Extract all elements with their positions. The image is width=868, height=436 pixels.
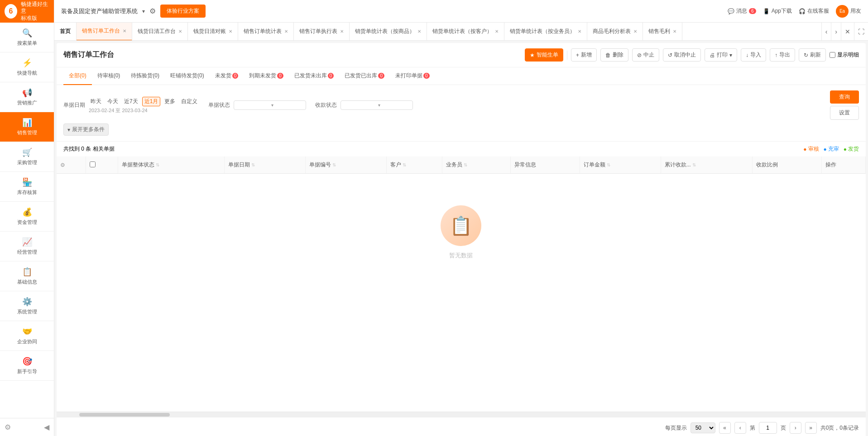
- query-btn[interactable]: 查询: [830, 90, 859, 104]
- th-collected[interactable]: 累计收款...⇅: [661, 156, 753, 174]
- tab-close-5[interactable]: ✕: [340, 29, 344, 34]
- tab-9[interactable]: 商品毛利分析表✕: [587, 23, 643, 41]
- th-date[interactable]: 单据日期⇅: [225, 156, 306, 174]
- per-page-select[interactable]: 50 100 200: [691, 422, 715, 433]
- tab-close-all[interactable]: ✕: [841, 23, 854, 41]
- next-page-btn[interactable]: ›: [790, 422, 801, 434]
- sub-tab-1[interactable]: 待审核(0): [92, 67, 126, 85]
- tab-3[interactable]: 钱货日清对账✕: [188, 23, 238, 41]
- tab-8[interactable]: 销货单统计表（按业务员）✕: [504, 23, 587, 41]
- date-option-自定义[interactable]: 自定义: [179, 97, 199, 106]
- sub-tab-8[interactable]: 未打印单据0: [390, 67, 435, 85]
- smart-create-btn[interactable]: ★ 智能生单: [525, 48, 563, 62]
- scrollbar-thumb[interactable]: [79, 413, 170, 417]
- tab-close-4[interactable]: ✕: [284, 29, 288, 34]
- tab-2[interactable]: 钱货日清工作台✕: [132, 23, 188, 41]
- stop-btn[interactable]: ⊘ 中止: [632, 48, 659, 62]
- horizontal-scrollbar[interactable]: [57, 412, 866, 417]
- tab-close-10[interactable]: ✕: [673, 29, 676, 34]
- sub-tab-0[interactable]: 全部(0): [63, 67, 92, 85]
- last-page-btn[interactable]: »: [805, 422, 817, 434]
- export-btn[interactable]: ↑ 导出: [770, 48, 795, 62]
- sidebar-item-sales[interactable]: 📊销售管理: [0, 112, 54, 142]
- sidebar-item-label-system: 系统管理: [17, 308, 37, 315]
- tab-maximize[interactable]: ⛶: [854, 23, 868, 41]
- tab-0[interactable]: 首页: [54, 23, 77, 41]
- date-option-昨天[interactable]: 昨天: [89, 97, 103, 106]
- filter-settings-btn[interactable]: 设置: [830, 106, 859, 120]
- date-option-近7天[interactable]: 近7天: [122, 97, 140, 106]
- sidebar-item-inventory[interactable]: 🏪库存核算: [0, 172, 54, 202]
- import-btn[interactable]: ↓ 导入: [741, 48, 766, 62]
- tab-close-2[interactable]: ✕: [178, 29, 182, 34]
- tab-close-6[interactable]: ✕: [417, 29, 421, 34]
- ship-link[interactable]: ● 发货: [844, 145, 859, 153]
- tab-scroll-right[interactable]: ›: [831, 23, 841, 41]
- trial-btn[interactable]: 体验行业方案: [160, 5, 206, 18]
- sub-tab-4[interactable]: 未发货0: [210, 67, 244, 85]
- tab-6[interactable]: 销货单统计表（按商品）✕: [350, 23, 427, 41]
- sidebar-item-marketing[interactable]: 📢营销推广: [0, 82, 54, 112]
- collapse-icon[interactable]: ◀: [44, 423, 49, 431]
- date-option-近1月[interactable]: 近1月: [142, 97, 161, 106]
- audit-link[interactable]: ● 审核: [803, 145, 819, 153]
- sidebar-item-operations[interactable]: 📈经营管理: [0, 232, 54, 261]
- header-dropdown-icon[interactable]: ▾: [142, 8, 145, 14]
- tab-10[interactable]: 销售毛利✕: [643, 23, 682, 41]
- tab-7[interactable]: 销货单统计表（按客户）✕: [427, 23, 504, 41]
- tab-close-1[interactable]: ✕: [123, 28, 126, 33]
- cancel-stop-btn[interactable]: ↺ 取消中止: [663, 48, 701, 62]
- user-menu-btn[interactable]: Ea 用友: [836, 5, 861, 18]
- sub-tab-3[interactable]: 旺铺待发货(0): [165, 67, 210, 85]
- th-customer[interactable]: 客户⇅: [387, 156, 442, 174]
- filter-actions: 查询 设置: [830, 90, 859, 120]
- sub-tab-5[interactable]: 到期未发货0: [244, 67, 289, 85]
- sidebar-item-purchase[interactable]: 🛒采购管理: [0, 142, 54, 172]
- header-settings-icon[interactable]: ⚙: [149, 7, 156, 15]
- expand-btn[interactable]: ▾ 展开更多条件: [63, 123, 109, 136]
- add-btn[interactable]: + 新增: [571, 48, 597, 62]
- sidebar-item-guide[interactable]: 🎯新手引导: [0, 351, 54, 381]
- status-select[interactable]: ▾: [234, 100, 306, 110]
- th-operation: 操作: [822, 156, 866, 174]
- sub-tab-2[interactable]: 待拣验货(0): [125, 67, 165, 85]
- sidebar-item-finance[interactable]: 💰资金管理: [0, 202, 54, 232]
- sidebar-item-quick-nav[interactable]: ⚡快捷导航: [0, 52, 54, 82]
- cancel-audit-link[interactable]: ● 充审: [824, 145, 839, 153]
- th-status[interactable]: 单据整体状态⇅: [118, 156, 225, 174]
- sub-tab-7[interactable]: 已发货已出库0: [339, 67, 390, 85]
- app-download-btn[interactable]: 📱 App下载: [763, 7, 792, 15]
- date-option-更多[interactable]: 更多: [163, 97, 177, 106]
- sidebar-item-basic[interactable]: 📋基础信息: [0, 261, 54, 291]
- th-amount[interactable]: 订单金额⇅: [580, 156, 661, 174]
- th-salesperson[interactable]: 业务员⇅: [442, 156, 510, 174]
- online-service-btn[interactable]: 🎧 在线客服: [799, 7, 829, 15]
- delete-btn[interactable]: 🗑 删除: [600, 48, 628, 62]
- message-btn[interactable]: 💬 消息 6: [728, 7, 756, 15]
- settings-icon[interactable]: ⚙: [5, 423, 11, 431]
- tab-4[interactable]: 销售订单统计表✕: [238, 23, 294, 41]
- col-settings-icon[interactable]: ⚙: [60, 162, 65, 168]
- first-page-btn[interactable]: «: [719, 422, 731, 434]
- sidebar-item-system[interactable]: ⚙️系统管理: [0, 291, 54, 321]
- show-detail-checkbox[interactable]: [830, 52, 835, 58]
- refresh-btn[interactable]: ↻ 刷新: [799, 48, 826, 62]
- th-number[interactable]: 单据编号⇅: [306, 156, 387, 174]
- select-all-checkbox[interactable]: [90, 161, 96, 167]
- tab-close-3[interactable]: ✕: [229, 29, 232, 34]
- tab-5[interactable]: 销售订单执行表✕: [294, 23, 350, 41]
- tab-scroll-left[interactable]: ‹: [821, 23, 831, 41]
- sidebar-item-cooperation[interactable]: 🤝企业协同: [0, 321, 54, 351]
- sub-tab-6[interactable]: 已发货未出库0: [289, 67, 340, 85]
- print-btn[interactable]: 🖨 打印 ▾: [705, 48, 737, 62]
- tab-close-9[interactable]: ✕: [633, 29, 637, 34]
- tab-close-8[interactable]: ✕: [578, 29, 581, 34]
- payment-select[interactable]: ▾: [340, 100, 413, 110]
- sidebar-item-search[interactable]: 🔍搜索菜单: [0, 23, 54, 52]
- prev-page-btn[interactable]: ‹: [734, 422, 746, 434]
- date-option-今天[interactable]: 今天: [106, 97, 120, 106]
- tab-1[interactable]: 销售订单工作台✕: [77, 23, 132, 41]
- page-input[interactable]: [759, 422, 777, 434]
- data-table: ⚙单据整体状态⇅单据日期⇅单据编号⇅客户⇅业务员⇅异常信息订单金额⇅累计收款..…: [57, 156, 866, 291]
- tab-close-7[interactable]: ✕: [495, 29, 499, 34]
